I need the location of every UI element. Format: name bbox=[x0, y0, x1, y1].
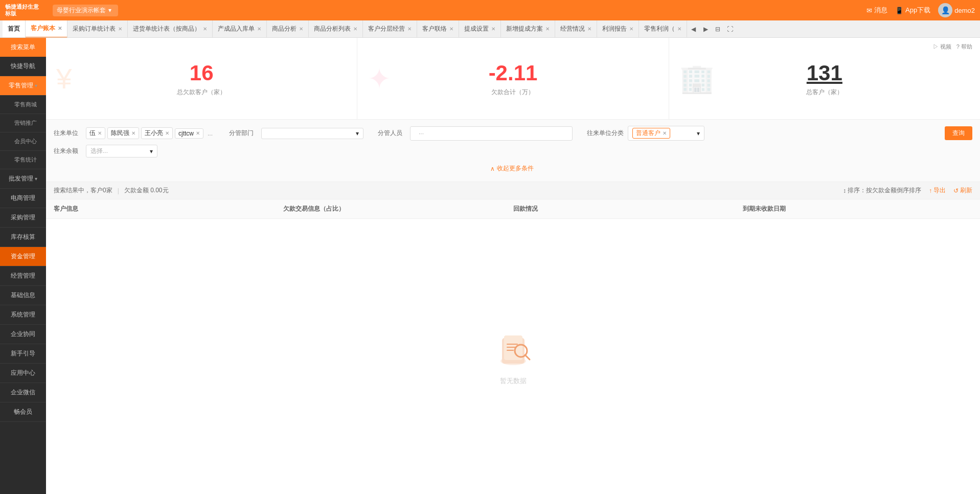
unit-tag-chen[interactable]: 陈民强 ✕ bbox=[107, 127, 139, 139]
tab-purchase-order[interactable]: 采购订单统计表 ✕ bbox=[67, 20, 128, 38]
col-header-debt: 欠款交易信息（占比） bbox=[283, 205, 513, 213]
refresh-button[interactable]: ↺ 刷新 bbox=[953, 186, 972, 195]
query-button[interactable]: 查询 bbox=[945, 126, 972, 140]
tab-close-icon[interactable]: ✕ bbox=[118, 26, 122, 32]
sidebar-item-inventory[interactable]: 库存核算 bbox=[0, 228, 46, 247]
sidebar-item-retail-mall[interactable]: 零售商城 bbox=[0, 96, 46, 114]
tab-close-icon[interactable]: ✕ bbox=[407, 26, 412, 32]
video-help-button[interactable]: ▷ 视频 bbox=[933, 43, 951, 51]
sidebar-item-retail-stats[interactable]: 零售统计 bbox=[0, 151, 46, 169]
tab-promotion-settings[interactable]: 提成设置 ✕ bbox=[459, 20, 501, 38]
search-results-count: 搜索结果中，客户0家 bbox=[54, 186, 112, 195]
unit-tag-wu[interactable]: 伍 ✕ bbox=[86, 127, 105, 139]
category-filter-select[interactable]: 普通客户 ✕ bbox=[628, 126, 704, 141]
content-area: ¥ 16 总欠款客户（家） ✦ -2.11 欠款合计（万） 🏢 bbox=[46, 38, 980, 494]
tab-customer-segment[interactable]: 客户分层经营 ✕ bbox=[363, 20, 417, 38]
tab-product-inbound[interactable]: 产成品入库单 ✕ bbox=[213, 20, 267, 38]
sidebar-item-vip-member[interactable]: 畅会员 bbox=[0, 402, 46, 422]
stats-row: ¥ 16 总欠款客户（家） ✦ -2.11 欠款合计（万） 🏢 bbox=[46, 38, 980, 120]
unit-filter-label: 往来单位 bbox=[54, 129, 82, 138]
tag-close-icon[interactable]: ✕ bbox=[165, 130, 169, 136]
total-customers-value: 131 bbox=[806, 61, 843, 85]
tabs-prev-button[interactable]: ◀ bbox=[687, 20, 699, 38]
person-more-icon[interactable]: ··· bbox=[415, 128, 568, 139]
table-header: 客户信息 欠款交易信息（占比） 回款情况 到期未收款日期 bbox=[46, 199, 980, 219]
tab-close-icon[interactable]: ✕ bbox=[58, 26, 62, 31]
balance-filter-select[interactable]: 选择... bbox=[86, 145, 157, 158]
tab-customer-debt[interactable]: 客户账本 ✕ bbox=[26, 20, 67, 38]
unit-filter-tags: 伍 ✕ 陈民强 ✕ 王小亮 ✕ cjttcw ✕ bbox=[86, 127, 215, 139]
filter-area: 往来单位 伍 ✕ 陈民强 ✕ 王小亮 ✕ bbox=[46, 120, 980, 182]
tab-close-icon[interactable]: ✕ bbox=[587, 26, 591, 32]
sidebar-item-wholesale[interactable]: 批发管理 ▾ bbox=[0, 169, 46, 189]
sidebar-item-retail[interactable]: 零售管理 ▾ bbox=[0, 76, 46, 96]
tab-close-icon[interactable]: ✕ bbox=[491, 26, 495, 32]
tab-business-status[interactable]: 经营情况 ✕ bbox=[555, 20, 597, 38]
sidebar-item-marketing[interactable]: 营销推广 bbox=[0, 114, 46, 132]
tag-close-icon[interactable]: ✕ bbox=[131, 130, 135, 136]
user-profile[interactable]: 👤 demo2 bbox=[938, 3, 975, 17]
empty-state: 暂无数据 bbox=[46, 219, 980, 494]
stat-help-area: ▷ 视频 ? 帮助 bbox=[933, 43, 972, 51]
sidebar-item-enterprise-collab[interactable]: 企业协同 bbox=[0, 325, 46, 344]
tab-goods-analysis-list[interactable]: 商品分析列表 ✕ bbox=[309, 20, 363, 38]
sidebar-item-finance[interactable]: 资金管理 bbox=[0, 247, 46, 266]
sidebar-item-new-user-guide[interactable]: 新手引导 bbox=[0, 344, 46, 364]
sidebar-item-membership[interactable]: 会员中心 bbox=[0, 132, 46, 151]
results-bar: 搜索结果中，客户0家 | 欠款金额 0.00元 ↕ 排序：按欠款金额倒序排序 ↑… bbox=[46, 182, 980, 199]
tab-close-icon[interactable]: ✕ bbox=[257, 26, 261, 32]
tab-goods-analysis[interactable]: 商品分析 ✕ bbox=[267, 20, 309, 38]
sidebar-item-ecommerce[interactable]: 电商管理 bbox=[0, 189, 46, 208]
export-button[interactable]: ↑ 导出 bbox=[929, 186, 946, 195]
sidebar-item-enterprise-wechat[interactable]: 企业微信 bbox=[0, 383, 46, 402]
sidebar-item-purchase[interactable]: 采购管理 bbox=[0, 208, 46, 228]
top-right-actions: ✉ 消息 📱 App下载 👤 demo2 bbox=[867, 3, 975, 17]
collapse-button[interactable]: ∧ 收起更多条件 bbox=[54, 162, 972, 175]
person-filter-input[interactable]: ··· bbox=[410, 126, 573, 141]
sort-button[interactable]: ↕ 排序：按欠款金额倒序排序 bbox=[843, 186, 921, 195]
chevron-up-icon: ∧ bbox=[490, 165, 495, 172]
sidebar-item-app-center[interactable]: 应用中心 bbox=[0, 364, 46, 383]
help-icon: ? bbox=[956, 43, 960, 50]
tabs-fullscreen-button[interactable]: ⛶ bbox=[724, 20, 736, 38]
industry-selector[interactable]: 母婴行业演示帐套 bbox=[53, 5, 118, 16]
tab-new-promotion[interactable]: 新增提成方案 ✕ bbox=[501, 20, 555, 38]
tag-close-icon[interactable]: ✕ bbox=[196, 130, 200, 136]
sidebar-item-operations[interactable]: 经营管理 bbox=[0, 266, 46, 286]
tabs-next-button[interactable]: ▶ bbox=[699, 20, 712, 38]
text-help-button[interactable]: ? 帮助 bbox=[956, 43, 972, 51]
tab-close-icon[interactable]: ✕ bbox=[203, 26, 207, 32]
category-dropdown-icon bbox=[697, 130, 700, 137]
tab-close-icon[interactable]: ✕ bbox=[299, 26, 303, 32]
more-tags-button[interactable]: ... bbox=[206, 129, 215, 138]
refresh-icon: ↺ bbox=[953, 187, 959, 194]
unit-tag-cjttcw[interactable]: cjttcw ✕ bbox=[175, 128, 203, 139]
tab-close-icon[interactable]: ✕ bbox=[545, 26, 550, 32]
industry-dropdown-icon bbox=[108, 7, 111, 14]
dept-filter-select[interactable] bbox=[261, 128, 363, 139]
tab-close-icon[interactable]: ✕ bbox=[677, 26, 681, 32]
tab-close-icon[interactable]: ✕ bbox=[629, 26, 633, 32]
unit-tag-wang[interactable]: 王小亮 ✕ bbox=[141, 127, 173, 139]
stat-debt-total: ✦ -2.11 欠款合计（万） bbox=[357, 38, 669, 119]
tab-retail-profit[interactable]: 零售利润（ ✕ bbox=[639, 20, 687, 38]
tab-close-icon[interactable]: ✕ bbox=[353, 26, 357, 32]
tab-close-icon[interactable]: ✕ bbox=[449, 26, 453, 32]
tab-customer-contact[interactable]: 客户联络 ✕ bbox=[417, 20, 459, 38]
tag-close-icon[interactable]: ✕ bbox=[98, 130, 102, 136]
tabs-menu-button[interactable]: ⊟ bbox=[712, 20, 724, 38]
category-tag-close[interactable]: ✕ bbox=[663, 130, 667, 136]
stat-total-debtors: ¥ 16 总欠款客户（家） bbox=[46, 38, 357, 119]
sidebar-item-basic-info[interactable]: 基础信息 bbox=[0, 286, 46, 305]
messages-button[interactable]: ✉ 消息 bbox=[867, 6, 887, 15]
svg-line-4 bbox=[525, 355, 530, 360]
tab-home[interactable]: 首页 bbox=[3, 20, 26, 38]
sidebar-item-system[interactable]: 系统管理 bbox=[0, 305, 46, 325]
tab-profit-report[interactable]: 利润报告 ✕ bbox=[597, 20, 639, 38]
sidebar-item-quick-nav[interactable]: 快捷导航 bbox=[0, 57, 46, 76]
tab-purchase-stats[interactable]: 进货单统计表（按商品） ✕ bbox=[128, 20, 213, 38]
sidebar-search[interactable]: 搜索菜单 bbox=[0, 38, 46, 57]
debtors-icon: ¥ bbox=[56, 62, 72, 95]
app-download-button[interactable]: 📱 App下载 bbox=[895, 6, 930, 15]
chevron-down-icon: ▾ bbox=[35, 176, 37, 182]
